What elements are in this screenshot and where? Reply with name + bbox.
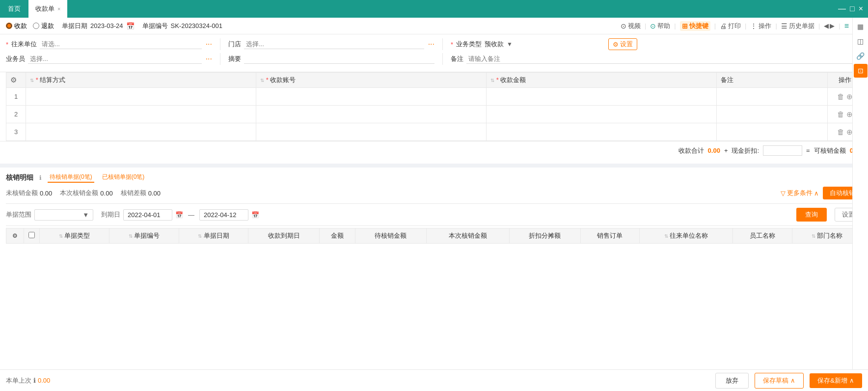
setting-button[interactable]: ⚙ 设置 bbox=[608, 38, 637, 50]
row-2-remark[interactable] bbox=[717, 106, 828, 123]
due-date-from-input[interactable] bbox=[123, 209, 172, 221]
row-3-copy-icon[interactable]: ⊕ bbox=[846, 128, 853, 137]
voucher-range-select[interactable]: ▼ bbox=[34, 209, 93, 221]
toolbar-actions: ⊙ 视频 | ⊙ 帮助 | ⊞ 快捷键 | 🖨 打印 | ⋮ 操作 bbox=[621, 21, 862, 31]
due-date-to-input[interactable] bbox=[199, 209, 248, 221]
rp-edit-icon[interactable]: ⊡ bbox=[854, 64, 868, 78]
print-icon: 🖨 bbox=[720, 22, 727, 30]
hx-info-row: 未核销金额 0.00 本次核销金额 0.00 核销差额 0.00 ▽ 更多条件 … bbox=[6, 187, 862, 199]
row-1-amount[interactable] bbox=[487, 88, 717, 106]
row-1-delete-icon[interactable]: 🗑 bbox=[837, 92, 844, 101]
table-gear-icon[interactable]: ⚙ bbox=[10, 76, 17, 84]
staff-more-btn[interactable]: ··· bbox=[206, 55, 212, 63]
save-draft-button[interactable]: 保存草稿 ∧ bbox=[755, 373, 804, 389]
row-2-delete-icon[interactable]: 🗑 bbox=[837, 110, 844, 119]
store-label: 门店 bbox=[228, 40, 241, 49]
remark-field: 备注 bbox=[451, 54, 862, 64]
list-icon[interactable]: ≡ bbox=[844, 22, 849, 30]
date-value: 2023-03-24 bbox=[90, 22, 123, 29]
store-input[interactable] bbox=[244, 39, 424, 49]
staff-input[interactable] bbox=[28, 54, 202, 64]
summary-input[interactable] bbox=[244, 54, 434, 64]
due-date-label: 到期日 bbox=[101, 210, 120, 219]
right-panel: ▦ ◫ 🔗 ⊡ bbox=[852, 18, 868, 391]
unit-req: * bbox=[6, 41, 8, 48]
hx-unchecked-val: 0.00 bbox=[40, 190, 52, 197]
video-action[interactable]: ⊙ 视频 bbox=[621, 22, 641, 30]
next-arrow-icon[interactable]: ▶ bbox=[830, 22, 835, 29]
row-3-remark[interactable] bbox=[717, 123, 828, 141]
row-1-account[interactable] bbox=[256, 88, 487, 106]
row-1-remark[interactable] bbox=[717, 88, 828, 106]
bt-number-label: 单据编号 bbox=[134, 232, 160, 239]
maximize-icon[interactable]: □ bbox=[849, 3, 856, 14]
prev-arrow-icon[interactable]: ◀ bbox=[824, 22, 829, 29]
bt-date-label: 单据日期 bbox=[204, 232, 229, 239]
biz-type-dropdown-icon[interactable]: ▼ bbox=[507, 41, 513, 48]
row-2-payment[interactable] bbox=[26, 106, 256, 123]
discard-button[interactable]: 放弃 bbox=[715, 373, 749, 389]
rp-doc-icon[interactable]: ◫ bbox=[854, 34, 868, 48]
rp-link-icon[interactable]: 🔗 bbox=[854, 49, 868, 63]
calendar-icon[interactable]: 📅 bbox=[126, 22, 135, 30]
row-1-copy-icon[interactable]: ⊕ bbox=[846, 92, 853, 101]
bt-discount-col: 折扣分摊额 bbox=[509, 228, 580, 244]
query-button[interactable]: 查询 bbox=[796, 208, 827, 222]
bt-settings-col[interactable]: ⚙ bbox=[6, 228, 24, 244]
select-all-checkbox[interactable] bbox=[28, 232, 35, 238]
bt-amount-label: 金额 bbox=[331, 232, 344, 239]
bt-unit-col: ⇅ 往来单位名称 bbox=[640, 228, 733, 244]
tab-close-icon[interactable]: × bbox=[57, 6, 60, 12]
to-date-calendar-icon[interactable]: 📅 bbox=[251, 211, 259, 219]
history-label: 历史单据 bbox=[789, 22, 814, 30]
unit-input[interactable] bbox=[40, 39, 202, 49]
ops-label: 操作 bbox=[759, 22, 771, 30]
window-close-icon[interactable]: × bbox=[858, 3, 864, 14]
prev-info-icon: ℹ bbox=[33, 377, 36, 384]
ops-action[interactable]: ⋮ 操作 bbox=[750, 22, 771, 30]
bt-checkbox-col[interactable] bbox=[24, 228, 40, 244]
store-more-btn[interactable]: ··· bbox=[428, 40, 434, 49]
from-date-calendar-icon[interactable]: 📅 bbox=[175, 211, 183, 219]
bt-pending-label: 待核销金额 bbox=[375, 232, 407, 239]
row-2-copy-icon[interactable]: ⊕ bbox=[846, 110, 853, 119]
hx-tab-done[interactable]: 已核销单据(0笔) bbox=[100, 172, 147, 183]
minimize-icon[interactable]: — bbox=[837, 3, 847, 14]
refund-radio[interactable]: 退款 bbox=[33, 22, 54, 30]
row-2-amount[interactable] bbox=[487, 106, 717, 123]
col-remark-label: 备注 bbox=[721, 76, 733, 84]
more-conditions-btn[interactable]: ▽ 更多条件 ∧ bbox=[781, 189, 819, 197]
table-row: 2 🗑 ⊕ bbox=[6, 106, 862, 123]
sep4: | bbox=[745, 22, 746, 29]
discount-label: 现金折扣: bbox=[732, 146, 759, 155]
voucher-range-field: 单据范围 ▼ bbox=[6, 209, 93, 221]
rp-table-icon[interactable]: ▦ bbox=[854, 20, 868, 33]
row-3-amount[interactable] bbox=[487, 123, 717, 141]
tab-label: 收款单 bbox=[35, 4, 54, 13]
receipt-table: ⚙ ⇅ * 结算方式 ⇅ * 收款账号 ⇅ * 收款 bbox=[6, 72, 862, 141]
remark-input[interactable] bbox=[466, 54, 862, 64]
shortcut-action[interactable]: ⊞ 快捷键 bbox=[680, 21, 710, 31]
discount-input[interactable] bbox=[763, 145, 802, 156]
unit-more-btn[interactable]: ··· bbox=[206, 40, 212, 49]
save-draft-arrow-icon: ∧ bbox=[790, 377, 795, 384]
nav-home[interactable]: 首页 bbox=[0, 0, 28, 18]
nav-tab-receipt[interactable]: 收款单 × bbox=[28, 0, 67, 18]
print-action[interactable]: 🖨 打印 bbox=[720, 22, 741, 30]
receipt-radio[interactable]: 收款 bbox=[6, 22, 27, 30]
row-2-account[interactable] bbox=[256, 106, 487, 123]
save-new-button[interactable]: 保存&新增 ∧ bbox=[810, 373, 862, 388]
hx-tab-pending[interactable]: 待核销单据(0笔) bbox=[48, 172, 94, 183]
table-settings-header[interactable]: ⚙ bbox=[6, 73, 26, 88]
divider-1 bbox=[220, 38, 220, 50]
bt-type-col: ⇅ 单据类型 bbox=[40, 228, 109, 244]
history-action[interactable]: ☰ 历史单据 bbox=[781, 22, 814, 30]
staff-field: 业务员 ··· bbox=[6, 54, 212, 64]
row-1-payment[interactable] bbox=[26, 88, 256, 106]
row-3-account[interactable] bbox=[256, 123, 487, 141]
row-3-payment[interactable] bbox=[26, 123, 256, 141]
row-3-delete-icon[interactable]: 🗑 bbox=[837, 128, 844, 137]
bt-current-col: 本次核销金额 bbox=[426, 228, 509, 244]
hx-unchecked-label: 未核销金额 bbox=[6, 189, 38, 197]
help-action[interactable]: ⊙ 帮助 bbox=[650, 22, 670, 30]
